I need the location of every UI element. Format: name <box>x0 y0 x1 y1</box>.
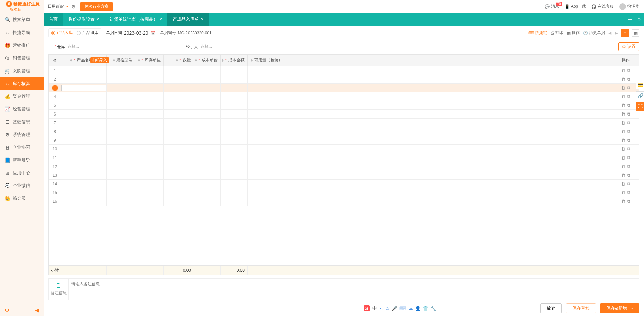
table-row[interactable]: 7🗑⧉ <box>49 119 639 127</box>
close-icon[interactable]: × <box>160 17 162 22</box>
tab-refresh[interactable]: ⟳ <box>635 17 644 22</box>
radio-product-out[interactable]: 产品退库 <box>77 30 98 36</box>
app-download-link[interactable]: 📱 App下载 <box>565 4 586 9</box>
delete-icon[interactable]: 🗑 <box>621 129 625 134</box>
sidebar-item-apps[interactable]: ⊞应用中心 <box>0 167 44 179</box>
copy-icon[interactable]: ⧉ <box>627 77 630 82</box>
th-unit[interactable]: ▲▼ *库存单位 <box>133 55 164 66</box>
copy-icon[interactable]: ⧉ <box>627 120 630 126</box>
ime-dot-icon[interactable]: •، <box>380 306 383 311</box>
table-row[interactable]: 10🗑⧉ <box>49 145 639 153</box>
ime-shirt-icon[interactable]: 👕 <box>423 306 428 311</box>
delete-icon[interactable]: 🗑 <box>621 181 625 186</box>
float-expand-icon[interactable]: ⛶ <box>636 102 644 111</box>
discard-button[interactable]: 放弃 <box>540 303 562 313</box>
shortcut-link[interactable]: ⌨ 快捷键 <box>528 30 547 36</box>
copy-icon[interactable]: ⧉ <box>627 199 630 204</box>
user-menu[interactable]: 徐泽华 <box>619 3 639 10</box>
table-row[interactable]: 11🗑⧉ <box>49 153 639 162</box>
handler-field[interactable]: 经手人 选择... … <box>181 42 307 51</box>
sidebar-item-quick-nav[interactable]: ⌂快捷导航 <box>0 26 44 39</box>
tab-minimize[interactable]: — <box>625 17 635 22</box>
copy-icon[interactable]: ⧉ <box>627 173 630 178</box>
copy-icon[interactable]: ⧉ <box>627 68 630 73</box>
settings-button[interactable]: ⚙ 设置 <box>618 42 639 51</box>
remarks-input[interactable] <box>69 279 639 300</box>
delete-icon[interactable]: 🗑 <box>621 103 625 108</box>
sidebar-item-inventory[interactable]: ⌂库存核算 <box>0 77 44 90</box>
th-qty[interactable]: ▲▼ *数量 <box>164 55 194 66</box>
shop-selector[interactable]: 日用百货 ▾ <box>48 4 68 9</box>
tab-产成品入库单[interactable]: 产成品入库单× <box>167 13 209 26</box>
operate-link[interactable]: ▦ 操作 <box>567 30 580 36</box>
delete-icon[interactable]: 🗑 <box>621 77 625 82</box>
warehouse-field[interactable]: *仓库 选择... … <box>48 42 174 51</box>
sidebar-item-search-menu[interactable]: 🔍搜索菜单 <box>0 13 44 26</box>
sogou-icon[interactable]: S <box>364 305 370 311</box>
table-row[interactable]: +🗑⧉ <box>49 84 639 92</box>
copy-icon[interactable]: ⧉ <box>627 138 630 143</box>
delete-icon[interactable]: 🗑 <box>621 111 625 117</box>
th-available[interactable]: ▲▼ 可用量（包装） <box>248 55 612 66</box>
sidebar-item-guide[interactable]: 📘新手引导 <box>0 154 44 167</box>
copy-icon[interactable]: ⧉ <box>627 164 630 169</box>
copy-icon[interactable]: ⧉ <box>627 129 630 134</box>
card-view-button[interactable]: ▦ <box>632 29 639 37</box>
product-name-input[interactable] <box>61 85 106 91</box>
prev-icon[interactable]: ◀ <box>608 31 611 35</box>
delete-icon[interactable]: 🗑 <box>621 138 625 143</box>
gear-icon[interactable]: ⚙ <box>71 4 76 9</box>
ime-mode[interactable]: 中 <box>372 305 377 311</box>
list-view-button[interactable]: ≡ <box>621 29 629 37</box>
print-link[interactable]: 🖨 打印 <box>550 30 564 36</box>
sidebar-item-collab[interactable]: ▦企业协同 <box>0 141 44 154</box>
history-link[interactable]: 🕑 历史单据 <box>583 30 605 36</box>
close-icon[interactable]: × <box>201 17 203 22</box>
sidebar-item-operation[interactable]: 📈经营管理 <box>0 103 44 116</box>
more-icon[interactable]: … <box>303 44 307 49</box>
ime-keyboard-icon[interactable]: ⌨ <box>399 306 406 311</box>
copy-icon[interactable]: ⧉ <box>627 190 630 195</box>
ime-tools-icon[interactable]: 🔧 <box>430 306 436 311</box>
save-new-button[interactable]: 保存&新增 ▾ <box>600 303 639 313</box>
table-row[interactable]: 15🗑⧉ <box>49 188 639 197</box>
tab-进货单统计表（按商品）[interactable]: 进货单统计表（按商品）× <box>104 13 167 26</box>
ime-cloud-icon[interactable]: ☁ <box>408 306 413 311</box>
online-service-link[interactable]: 🎧 在线客服 <box>591 4 614 9</box>
sidebar-item-system[interactable]: ⚙系统管理 <box>0 128 44 141</box>
more-icon[interactable]: … <box>170 44 174 49</box>
next-icon[interactable]: ▶ <box>615 31 618 35</box>
delete-icon[interactable]: 🗑 <box>621 155 625 160</box>
ime-mic-icon[interactable]: 🎤 <box>392 306 397 311</box>
copy-icon[interactable]: ⧉ <box>627 94 630 99</box>
close-icon[interactable]: × <box>97 17 99 22</box>
try-industry-button[interactable]: 体验行业方案 <box>80 2 113 11</box>
table-row[interactable]: 16🗑⧉ <box>49 197 639 206</box>
th-gear[interactable]: ⚙ <box>49 55 61 66</box>
table-row[interactable]: 14🗑⧉ <box>49 180 639 188</box>
ime-person-icon[interactable]: 👤 <box>415 306 421 311</box>
table-row[interactable]: 13🗑⧉ <box>49 171 639 180</box>
copy-icon[interactable]: ⧉ <box>627 155 630 161</box>
th-amount[interactable]: ▲▼ *成本金额 <box>221 55 248 66</box>
copy-icon[interactable]: ⧉ <box>627 85 630 91</box>
delete-icon[interactable]: 🗑 <box>621 164 625 169</box>
table-row[interactable]: 6🗑⧉ <box>49 110 639 119</box>
table-row[interactable]: 8🗑⧉ <box>49 127 639 136</box>
collapse-icon[interactable]: ◀ <box>35 307 39 313</box>
delete-icon[interactable]: 🗑 <box>621 190 625 195</box>
delete-icon[interactable]: 🗑 <box>621 199 625 204</box>
float-link-icon[interactable]: 🔗 <box>636 91 644 100</box>
bill-date-field[interactable]: 单据日期 2023-03-20 📅 <box>106 30 155 36</box>
th-spec[interactable]: 扫码录入 ▲▼ 规格型号 <box>107 55 133 66</box>
copy-icon[interactable]: ⧉ <box>627 103 630 108</box>
table-row[interactable]: 5🗑⧉ <box>49 101 639 110</box>
sidebar-item-wecom[interactable]: 💬企业微信 <box>0 179 44 192</box>
delete-icon[interactable]: 🗑 <box>621 173 625 178</box>
delete-icon[interactable]: 🗑 <box>621 85 625 90</box>
table-row[interactable]: 9🗑⧉ <box>49 136 639 145</box>
sidebar-item-basic[interactable]: ☰基础信息 <box>0 116 44 128</box>
radio-product-in[interactable]: 产品入库 <box>51 30 73 36</box>
table-row[interactable]: 2🗑⧉ <box>49 75 639 84</box>
sidebar-item-marketing[interactable]: 🎁营销推广 <box>0 39 44 52</box>
